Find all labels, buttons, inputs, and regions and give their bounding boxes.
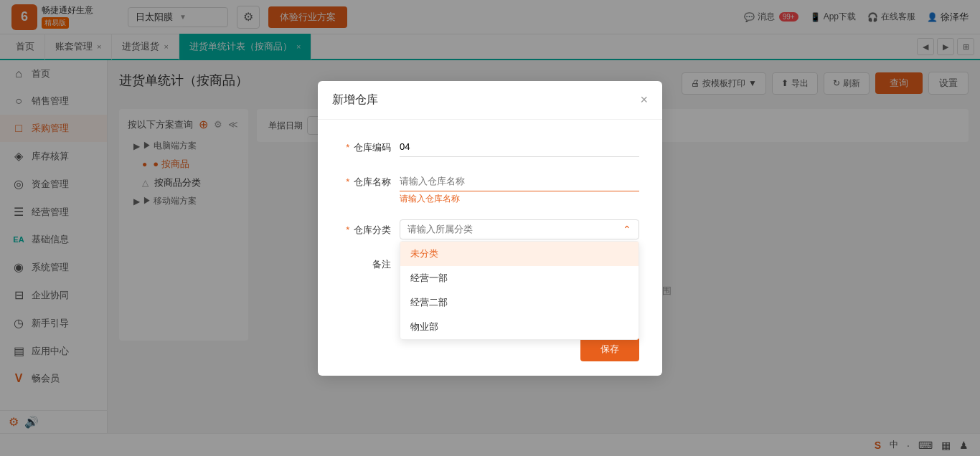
code-input[interactable] — [400, 137, 639, 157]
form-row-code: * 仓库编码 — [341, 137, 639, 157]
category-wrap: ⌃ 未分类 经营一部 经营二部 物业部 — [400, 219, 639, 239]
dropdown-item-dept3[interactable]: 物业部 — [400, 315, 639, 339]
category-input-row: ⌃ — [400, 219, 639, 239]
dropdown-item-dept1[interactable]: 经营一部 — [400, 266, 639, 290]
category-input[interactable] — [407, 224, 623, 234]
dropdown-item-dept2[interactable]: 经营二部 — [400, 290, 639, 315]
dialog-header: 新增仓库 × — [318, 81, 662, 120]
name-input[interactable] — [400, 171, 639, 191]
dropdown-item-uncategorized[interactable]: 未分类 — [400, 242, 639, 266]
code-label: * 仓库编码 — [341, 137, 391, 154]
name-label: * 仓库名称 — [341, 171, 391, 189]
form-row-name: * 仓库名称 请输入仓库名称 — [341, 171, 639, 205]
category-arrow-icon[interactable]: ⌃ — [623, 224, 631, 235]
overlay: 新增仓库 × * 仓库编码 * 仓库名称 请输入仓库名称 — [0, 0, 980, 456]
category-label: * 仓库分类 — [341, 219, 391, 237]
save-button[interactable]: 保存 — [580, 337, 639, 361]
dialog-add-warehouse: 新增仓库 × * 仓库编码 * 仓库名称 请输入仓库名称 — [318, 81, 662, 376]
form-row-category: * 仓库分类 ⌃ 未分类 经营一部 经营二部 物业部 — [341, 219, 639, 239]
category-dropdown: 未分类 经营一部 经营二部 物业部 — [400, 241, 639, 340]
dialog-close-button[interactable]: × — [640, 92, 648, 108]
note-label: 备注 — [341, 254, 391, 271]
name-error-msg: 请输入仓库名称 — [400, 193, 639, 205]
name-field-wrap: 请输入仓库名称 — [400, 171, 639, 205]
dialog-body: * 仓库编码 * 仓库名称 请输入仓库名称 * — [318, 120, 662, 328]
dialog-title: 新增仓库 — [332, 92, 378, 108]
